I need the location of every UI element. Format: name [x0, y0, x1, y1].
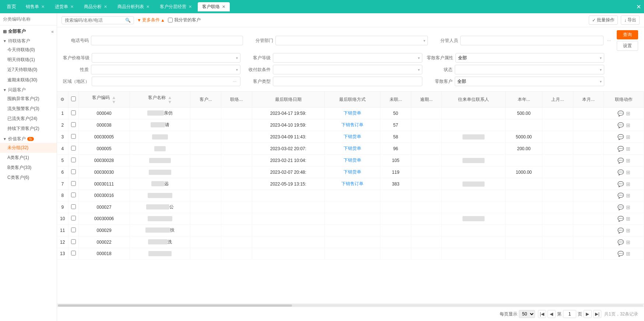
select-all-column[interactable]: [68, 92, 78, 107]
row-check[interactable]: [68, 248, 78, 260]
customer-type-select[interactable]: [273, 77, 422, 86]
sidebar-item-tomorrow[interactable]: 明天待联络(1): [0, 55, 57, 65]
chat-icon[interactable]: 💬: [617, 227, 624, 233]
last-method-link[interactable]: 下销售订单: [341, 122, 363, 127]
sidebar-all-customers[interactable]: ⊞ 全部客户 «: [0, 25, 57, 36]
row-check[interactable]: [68, 178, 78, 190]
sidebar-group-problem[interactable]: ▼ 问题客户: [0, 85, 57, 94]
price-level-select[interactable]: ▾: [92, 53, 240, 63]
last-method-link[interactable]: 下销货单: [344, 110, 361, 116]
chat-icon[interactable]: 💬: [617, 169, 624, 175]
row-checkbox[interactable]: [71, 251, 76, 255]
collapse-icon[interactable]: «: [51, 29, 54, 34]
row-checkbox[interactable]: [71, 169, 76, 174]
nav-tab-product-list[interactable]: 商品分析列表 ✕: [113, 2, 154, 11]
row-checkbox[interactable]: [71, 193, 76, 197]
row-checkbox[interactable]: [71, 239, 76, 244]
grid-action-icon[interactable]: ⊞: [626, 204, 630, 210]
close-all-tabs-button[interactable]: ✕: [636, 3, 641, 10]
row-last-method[interactable]: 下销售订单: [325, 119, 380, 131]
row-checkbox[interactable]: [71, 204, 76, 209]
chat-icon[interactable]: 💬: [617, 181, 624, 187]
sidebar-item-overdue[interactable]: 逾期未联络(30): [0, 75, 57, 85]
reset-button[interactable]: 设置: [617, 41, 638, 51]
row-check[interactable]: [68, 225, 78, 236]
more-conditions-button[interactable]: ▼ 更多条件 ▲: [137, 17, 165, 23]
page-size-selector[interactable]: 每页显示 50: [500, 310, 535, 318]
chat-icon[interactable]: 💬: [617, 110, 624, 116]
export-button[interactable]: ↓ 导出: [621, 15, 640, 25]
row-last-method[interactable]: 下销货单: [325, 107, 380, 119]
nav-tab-sales[interactable]: 销售单 ✕: [21, 2, 49, 11]
sidebar-search-input[interactable]: [3, 17, 57, 22]
refresh-badge[interactable]: ↻: [27, 137, 34, 141]
row-last-method[interactable]: 下销货单: [325, 143, 380, 155]
col-not-contact[interactable]: 未联...: [380, 92, 411, 107]
col-last-month[interactable]: 上月...: [542, 92, 573, 107]
close-icon[interactable]: ✕: [222, 4, 225, 9]
row-check[interactable]: [68, 201, 78, 213]
grid-action-icon[interactable]: ⊞: [626, 134, 630, 140]
nature-select[interactable]: ▾: [91, 65, 240, 74]
chat-icon[interactable]: 💬: [617, 193, 624, 198]
region-select[interactable]: ···: [92, 77, 240, 86]
page-number-input[interactable]: [563, 310, 576, 318]
grid-action-icon[interactable]: ⊞: [626, 239, 630, 245]
sidebar-item-abnormal[interactable]: 囤购异常客户(2): [0, 94, 57, 104]
row-check[interactable]: [68, 143, 78, 155]
chat-icon[interactable]: 💬: [617, 158, 624, 163]
manager-select[interactable]: [460, 36, 603, 45]
row-checkbox[interactable]: [71, 146, 76, 151]
search-input[interactable]: [65, 18, 124, 23]
page-size-select[interactable]: 50: [519, 310, 535, 318]
row-check[interactable]: [68, 155, 78, 166]
grid-action-icon[interactable]: ⊞: [626, 169, 630, 175]
grid-action-icon[interactable]: ⊞: [626, 122, 630, 128]
chat-icon[interactable]: 💬: [617, 251, 624, 257]
row-checkbox[interactable]: [71, 134, 76, 139]
last-method-link[interactable]: 下销货单: [344, 146, 361, 151]
row-check[interactable]: [68, 190, 78, 201]
row-check[interactable]: [68, 213, 78, 225]
horizontal-scrollbar[interactable]: [57, 304, 644, 307]
nav-tab-customer-segment[interactable]: 客户分层经营 ✕: [155, 2, 196, 11]
last-method-link[interactable]: 下销货单: [344, 134, 361, 139]
my-customers-checkbox[interactable]: 我分管的客户: [168, 17, 201, 23]
col-last-method[interactable]: 最后联络方式: [325, 92, 380, 107]
last-method-link[interactable]: 下销货单: [344, 169, 361, 174]
row-last-method[interactable]: 下销货单: [325, 155, 380, 166]
close-icon[interactable]: ✕: [70, 4, 74, 9]
grid-action-icon[interactable]: ⊞: [626, 110, 630, 116]
next-page-button[interactable]: ▶: [584, 310, 592, 318]
row-checkbox[interactable]: [71, 110, 76, 115]
sidebar-item-churn-warning[interactable]: 流失预警客户(3): [0, 104, 57, 114]
chat-icon[interactable]: 💬: [617, 204, 624, 210]
col-this-year[interactable]: 本年...: [505, 92, 542, 107]
grid-action-icon[interactable]: ⊞: [626, 158, 630, 163]
retail-customer-select[interactable]: 全部 ▾: [455, 77, 604, 86]
first-page-button[interactable]: |◀: [538, 310, 546, 318]
nav-tab-purchase[interactable]: 进货单 ✕: [50, 2, 78, 11]
row-check[interactable]: [68, 119, 78, 131]
sidebar-search-bar[interactable]: 🔍: [0, 13, 57, 25]
chat-icon[interactable]: 💬: [617, 134, 624, 140]
sidebar-group-value[interactable]: ▼ 价值客户 ↻: [0, 134, 57, 143]
col-company-contact[interactable]: 往来单位联系人: [442, 92, 505, 107]
retail-attr-select[interactable]: 全部 ▾: [455, 53, 604, 63]
row-check[interactable]: [68, 131, 78, 143]
col-name[interactable]: 客户名称 ▲▼: [130, 92, 190, 107]
chat-icon[interactable]: 💬: [617, 122, 624, 128]
grid-action-icon[interactable]: ⊞: [626, 193, 630, 198]
sidebar-item-class-c[interactable]: C类客户(6): [0, 173, 57, 183]
last-page-button[interactable]: ▶|: [593, 310, 601, 318]
row-last-method[interactable]: 下销货单: [325, 166, 380, 178]
col-contact[interactable]: 联络...: [221, 92, 252, 107]
customer-level-select[interactable]: ▾: [273, 53, 422, 63]
scrollbar-thumb[interactable]: [58, 304, 292, 307]
phone-input[interactable]: [91, 36, 243, 45]
batch-operation-button[interactable]: ✓ 批量操作: [589, 15, 618, 25]
row-check[interactable]: [68, 166, 78, 178]
nav-tab-customer-contact[interactable]: 客户联络 ✕: [198, 2, 230, 11]
more-options-icon[interactable]: ···: [231, 79, 238, 84]
my-customers-check[interactable]: [168, 18, 173, 22]
